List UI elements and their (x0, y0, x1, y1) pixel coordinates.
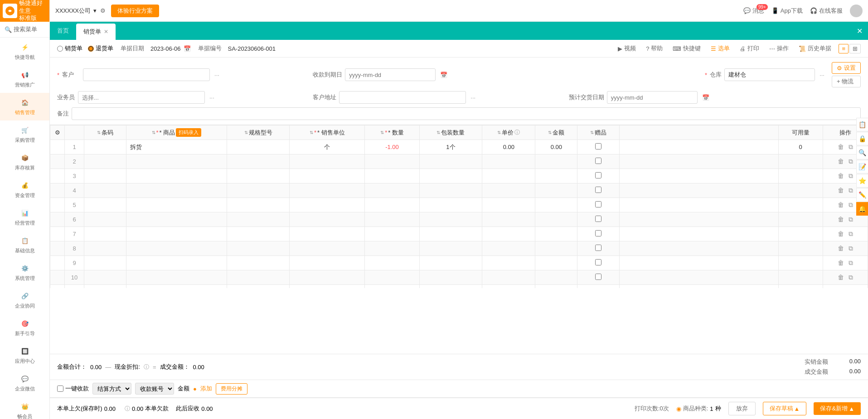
payment-calendar-icon[interactable]: 📅 (440, 72, 447, 78)
video-btn[interactable]: ▶ 视频 (615, 43, 639, 53)
radio-return[interactable]: 退货单 (88, 44, 113, 53)
delivery-calendar-icon[interactable]: 📅 (702, 94, 709, 101)
sort-icon9[interactable]: ⇅ (590, 130, 594, 135)
gift-checkbox[interactable] (595, 259, 601, 265)
delete-btn[interactable]: 🗑 (838, 143, 844, 150)
logistics-button[interactable]: + 物流 (832, 76, 861, 87)
sidebar-item-finance[interactable]: 💰 资金管理 (0, 176, 49, 203)
sort-icon8[interactable]: ⇅ (548, 130, 552, 135)
message-button[interactable]: 💬 消息 99+ (743, 7, 764, 15)
close-window-icon[interactable]: ✕ (857, 27, 863, 35)
list-view-btn[interactable]: ≡ (839, 44, 849, 53)
warehouse-input[interactable] (724, 68, 815, 81)
sidebar-search[interactable]: 🔍 搜索菜单 (0, 22, 49, 38)
payment-method-select[interactable]: 结算方式 (92, 383, 131, 395)
gift-checkbox[interactable] (595, 274, 601, 280)
sidebar-item-guide[interactable]: 🎯 新手引导 (0, 314, 49, 342)
th-settings[interactable]: ⚙ (50, 125, 65, 140)
sidebar-item-apps[interactable]: 🔲 应用中心 (0, 342, 49, 369)
delete-btn[interactable]: 🗑 (838, 274, 844, 281)
float-btn-2[interactable]: 🔒 (856, 132, 868, 145)
copy-btn[interactable]: ⧉ (849, 245, 853, 252)
sidebar-item-inventory[interactable]: 📦 库存核算 (0, 148, 49, 176)
payment-checkbox[interactable] (57, 385, 63, 392)
save-draft-button[interactable]: 保存草稿 ▲ (763, 402, 807, 415)
tab-close-icon[interactable]: ✕ (104, 29, 108, 35)
sidebar-item-marketing[interactable]: 📢 营销推广 (0, 65, 49, 93)
discount-info-icon[interactable]: ⓘ (144, 363, 149, 371)
company-selector[interactable]: XXXXXX公司 ▾ (55, 7, 97, 15)
customer-input[interactable] (83, 68, 210, 81)
delivery-date-input[interactable] (607, 91, 698, 104)
tab-home[interactable]: 首页 (50, 22, 76, 40)
copy-btn[interactable]: ⧉ (849, 259, 853, 266)
float-btn-3[interactable]: 🔍 (856, 146, 868, 159)
customer-ellipsis[interactable]: ··· (214, 72, 219, 78)
gear-icon[interactable]: ⚙ (100, 7, 106, 14)
shortcut-btn[interactable]: ⌨ 快捷键 (670, 43, 703, 53)
add-icon[interactable]: ● (193, 385, 197, 392)
float-btn-7[interactable]: 🔔 (856, 202, 868, 216)
add-button[interactable]: 添加 (200, 385, 212, 393)
copy-btn[interactable]: ⧉ (849, 216, 853, 223)
settings-button[interactable]: ⚙ 设置 (832, 62, 861, 74)
delete-btn[interactable]: 🗑 (838, 201, 844, 208)
gift-checkbox[interactable] (595, 230, 601, 236)
sort-icon5[interactable]: ⇅ (380, 130, 384, 135)
sort-icon4[interactable]: ⇅ (310, 130, 313, 135)
one-click-payment[interactable]: 一键收款 (57, 385, 89, 393)
float-btn-4[interactable]: 📝 (856, 160, 868, 173)
scan-button[interactable]: 扫码录入 (176, 128, 201, 137)
owe-info-icon[interactable]: ⓘ (125, 405, 130, 413)
delete-btn[interactable]: 🗑 (838, 172, 844, 179)
float-btn-1[interactable]: 📋 (856, 118, 868, 131)
delete-btn[interactable]: 🗑 (838, 245, 844, 252)
price-info-icon[interactable]: ⓘ (514, 129, 520, 136)
warehouse-ellipsis[interactable]: ··· (820, 72, 824, 78)
copy-btn[interactable]: ⧉ (849, 143, 853, 150)
sidebar-item-business[interactable]: 📊 经营管理 (0, 203, 49, 231)
delete-btn[interactable]: 🗑 (838, 259, 844, 266)
calendar-icon[interactable]: 📅 (184, 45, 191, 52)
gift-checkbox[interactable] (595, 143, 601, 149)
trial-button[interactable]: 体验行业方案 (111, 5, 159, 17)
gift-checkbox[interactable] (595, 245, 601, 251)
address-input[interactable] (339, 91, 466, 104)
operation-btn[interactable]: ⋯ 操作 (766, 43, 791, 53)
copy-btn[interactable]: ⧉ (849, 158, 853, 165)
payment-date-input[interactable] (345, 68, 436, 81)
copy-btn[interactable]: ⧉ (849, 230, 853, 237)
float-btn-5[interactable]: ⭐ (856, 174, 868, 188)
salesperson-input[interactable] (78, 91, 205, 104)
sort-icon[interactable]: ⇅ (97, 130, 101, 135)
payment-account-select[interactable]: 收款账号 (135, 383, 174, 395)
sidebar-item-sales[interactable]: 🏠 销售管理 (0, 93, 49, 120)
note-input[interactable] (72, 107, 861, 120)
delete-btn[interactable]: 🗑 (838, 230, 844, 237)
app-download-button[interactable]: 📱 App下载 (771, 7, 803, 15)
sidebar-item-system[interactable]: ⚙️ 系统管理 (0, 259, 49, 286)
gift-checkbox[interactable] (595, 187, 601, 193)
delete-btn[interactable]: 🗑 (838, 216, 844, 223)
gift-checkbox[interactable] (595, 216, 601, 222)
online-service-button[interactable]: 🎧 在线客服 (810, 7, 843, 15)
tab-sales-order[interactable]: 销货单 ✕ (76, 24, 116, 40)
float-btn-6[interactable]: ✏️ (856, 188, 868, 202)
address-ellipsis[interactable]: ··· (470, 94, 475, 101)
sort-icon7[interactable]: ⇅ (497, 130, 501, 135)
sort-icon2[interactable]: ⇅ (152, 130, 155, 135)
user-avatar[interactable] (850, 5, 863, 17)
sidebar-item-wechat[interactable]: 💬 企业微信 (0, 369, 49, 397)
sort-icon6[interactable]: ⇅ (436, 130, 440, 135)
delete-btn[interactable]: 🗑 (838, 158, 844, 165)
discard-button[interactable]: 放弃 (728, 402, 756, 415)
sort-icon3[interactable]: ⇅ (244, 130, 248, 135)
sidebar-item-collab[interactable]: 🔗 企业协同 (0, 286, 49, 314)
delete-btn[interactable]: 🗑 (838, 187, 844, 194)
sidebar-item-base[interactable]: 📋 基础信息 (0, 231, 49, 259)
history-btn[interactable]: 📜 历史单据 (796, 43, 834, 53)
copy-btn[interactable]: ⧉ (849, 201, 853, 208)
print-btn[interactable]: 🖨 打印 (737, 43, 762, 53)
sidebar-item-member[interactable]: 👑 畅会员 (0, 397, 49, 419)
sidebar-item-purchase[interactable]: 🛒 采购管理 (0, 120, 49, 148)
